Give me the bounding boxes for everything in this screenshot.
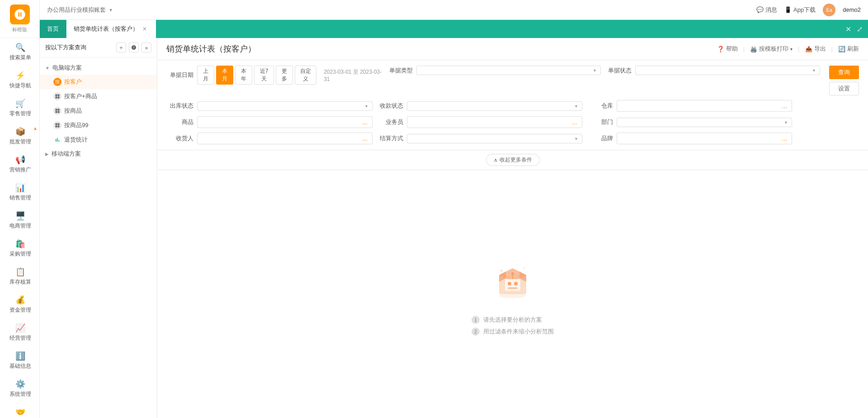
product-input[interactable]: ... bbox=[197, 116, 373, 128]
doc-type-label: 单据类型 bbox=[386, 66, 413, 75]
scheme-edit-btn[interactable] bbox=[129, 43, 139, 52]
tree-item-by-product[interactable]: 按商品 bbox=[40, 104, 157, 118]
date-this-month-btn[interactable]: 本月 bbox=[216, 66, 233, 85]
collapse-label: 收起更多条件 bbox=[500, 156, 532, 164]
out-status-arrow: ▾ bbox=[365, 104, 368, 109]
brand-label: 品牌 bbox=[586, 134, 613, 142]
sidebar-item-operation[interactable]: 📈 经营管理 bbox=[0, 318, 39, 347]
retail-icon: 🛒 bbox=[15, 99, 25, 109]
sidebar-sales-label: 销售管理 bbox=[9, 194, 31, 202]
sidebar-item-cooperation[interactable]: 🤝 企业协同 bbox=[0, 403, 39, 418]
empty-illustration bbox=[486, 252, 540, 307]
app-name: 办公用品行业模拟账套 bbox=[47, 6, 106, 14]
sidebar-item-retail[interactable]: 🛒 零售管理 bbox=[0, 94, 39, 122]
receiver-input[interactable]: ... bbox=[197, 133, 373, 144]
query-btn[interactable]: 查询 bbox=[829, 66, 859, 79]
collapse-chevron-icon: ∧ bbox=[494, 157, 498, 163]
sidebar-item-sales[interactable]: 📊 销售管理 bbox=[0, 178, 39, 206]
sidebar-item-ecommerce[interactable]: 🖥️ 电商管理 bbox=[0, 206, 39, 234]
by-customer-icon: 按 bbox=[53, 78, 61, 86]
tree-group-desktop-header[interactable]: ▼ 电脑端方案 bbox=[40, 61, 157, 75]
tab-sales-stat[interactable]: 销货单统计表（按客户） ✕ bbox=[66, 20, 156, 38]
sidebar-item-basic[interactable]: ℹ️ 基础信息 bbox=[0, 347, 39, 375]
logo-icon bbox=[10, 5, 30, 24]
tree-item-by-product-label: 按商品 bbox=[64, 107, 82, 115]
tree-mobile-arrow: ▶ bbox=[45, 152, 49, 157]
logo-label: 标橙版 bbox=[12, 26, 27, 33]
customer-product-icon bbox=[53, 92, 61, 100]
doc-type-select[interactable]: ▾ bbox=[416, 66, 601, 75]
receiver-more-icon[interactable]: ... bbox=[362, 135, 368, 142]
tree-item-customer-product[interactable]: 按客户+商品 bbox=[40, 89, 157, 104]
product-label: 商品 bbox=[166, 118, 193, 126]
header-dropdown-icon[interactable]: ▾ bbox=[109, 7, 112, 13]
help-label: 帮助 bbox=[726, 45, 738, 53]
reset-btn[interactable]: 设置 bbox=[829, 82, 859, 95]
collapse-btn[interactable]: ∧ 收起更多条件 bbox=[486, 154, 540, 166]
tree-item-return-stat[interactable]: 退货统计 bbox=[40, 133, 157, 147]
date-this-year-btn[interactable]: 本年 bbox=[235, 66, 252, 85]
sidebar-inventory-label: 库存核算 bbox=[9, 278, 31, 286]
wholesale-icon: 📦 bbox=[15, 127, 25, 137]
svg-point-22 bbox=[511, 272, 514, 275]
doc-status-select[interactable]: ▾ bbox=[635, 66, 820, 75]
export-btn[interactable]: 📤 导出 bbox=[805, 45, 826, 53]
export-icon: 📤 bbox=[805, 46, 812, 52]
salesperson-more-icon[interactable]: ... bbox=[572, 119, 577, 126]
out-status-select[interactable]: ▾ bbox=[197, 101, 373, 111]
tree-expand-arrow: ▼ bbox=[45, 66, 50, 71]
date-custom-btn[interactable]: 自定义 bbox=[295, 66, 316, 85]
return-stat-icon bbox=[53, 136, 61, 144]
help-icon: ❓ bbox=[717, 46, 724, 52]
tree-item-by-product99[interactable]: 按商品99 bbox=[40, 118, 157, 133]
product-more-icon[interactable]: ... bbox=[362, 119, 368, 126]
sidebar-item-system[interactable]: ⚙️ 系统管理 bbox=[0, 375, 39, 403]
system-icon: ⚙️ bbox=[15, 379, 25, 389]
scheme-collapse-btn[interactable]: « bbox=[142, 43, 151, 52]
message-btn[interactable]: 💬 消息 bbox=[756, 6, 777, 14]
date-more-btn[interactable]: 更多 bbox=[276, 66, 293, 85]
purchase-icon: 🛍️ bbox=[15, 239, 25, 249]
refresh-btn[interactable]: 🔄 刷新 bbox=[838, 45, 859, 53]
sidebar-item-finance[interactable]: 💰 资金管理 bbox=[0, 290, 39, 318]
user-name[interactable]: demo2 bbox=[843, 6, 861, 13]
receipt-status-select[interactable]: ▾ bbox=[407, 101, 582, 111]
tip-num-2: 2 bbox=[472, 328, 480, 336]
brand-input[interactable]: ... bbox=[617, 133, 792, 144]
svg-point-23 bbox=[500, 270, 502, 271]
settle-method-label: 结算方式 bbox=[376, 134, 403, 142]
scheme-add-btn[interactable]: + bbox=[116, 43, 126, 52]
settle-method-select[interactable]: ▾ bbox=[407, 134, 582, 143]
salesperson-input[interactable]: ... bbox=[407, 116, 582, 128]
print-btn[interactable]: 🖨️ 按模板打印 ▾ bbox=[750, 45, 793, 53]
user-avatar[interactable]: Ea bbox=[823, 4, 835, 16]
dept-select[interactable]: ▾ bbox=[617, 118, 792, 127]
scheme-header: 按以下方案查询 + « bbox=[40, 38, 157, 57]
warehouse-input[interactable]: ... bbox=[617, 100, 792, 112]
tree-item-by-customer[interactable]: 按 按客户 bbox=[40, 75, 157, 89]
app-download-btn[interactable]: 📱 App下载 bbox=[784, 6, 816, 14]
marketing-icon: 📢 bbox=[15, 155, 25, 165]
search-icon: 🔍 bbox=[15, 43, 25, 52]
date-last7-btn[interactable]: 近7天 bbox=[254, 66, 274, 85]
tree-group-mobile-header[interactable]: ▶ 移动端方案 bbox=[40, 147, 157, 161]
sidebar-item-quick-nav[interactable]: ⚡ 快捷导航 bbox=[0, 66, 39, 94]
brand-more-icon[interactable]: ... bbox=[782, 135, 787, 142]
export-label: 导出 bbox=[814, 45, 826, 53]
sidebar-finance-label: 资金管理 bbox=[9, 306, 31, 314]
sidebar-item-search[interactable]: 🔍 搜索菜单 bbox=[0, 38, 39, 66]
basic-icon: ℹ️ bbox=[15, 351, 25, 361]
svg-point-25 bbox=[526, 279, 527, 280]
tab-home[interactable]: 首页 bbox=[40, 20, 66, 38]
warehouse-more-icon[interactable]: ... bbox=[782, 102, 787, 109]
sidebar-item-inventory[interactable]: 📋 库存核算 bbox=[0, 262, 39, 290]
date-last-month-btn[interactable]: 上月 bbox=[197, 66, 214, 85]
tab-expand-icon[interactable]: ⤢ bbox=[857, 25, 863, 33]
sidebar-item-marketing[interactable]: 📢 营销推广 bbox=[0, 150, 39, 178]
sidebar-item-purchase[interactable]: 🛍️ 采购管理 bbox=[0, 234, 39, 262]
sidebar-item-wholesale[interactable]: 📦 批发管理 ▲ bbox=[0, 122, 39, 150]
tab-close-all-icon[interactable]: ✕ bbox=[845, 25, 851, 33]
tab-close-icon[interactable]: ✕ bbox=[141, 25, 148, 33]
help-btn[interactable]: ❓ 帮助 bbox=[717, 45, 738, 53]
tree-group-desktop-label: 电脑端方案 bbox=[52, 64, 82, 72]
